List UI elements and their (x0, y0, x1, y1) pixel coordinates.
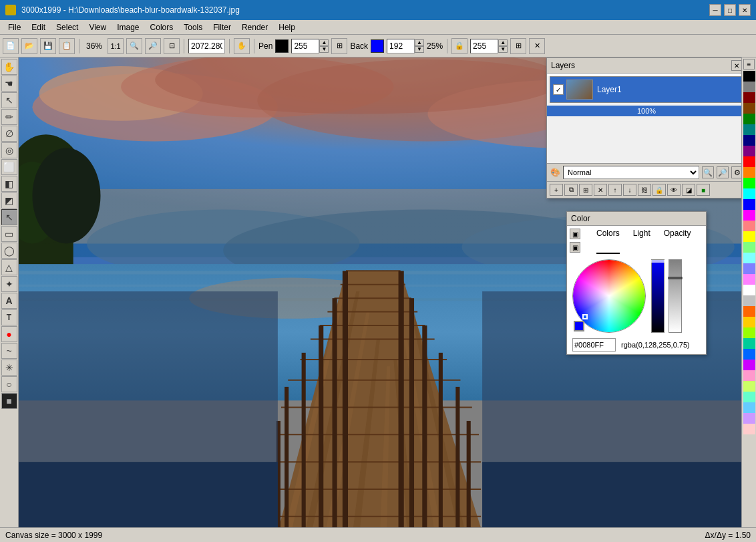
menu-help[interactable]: Help (273, 21, 301, 33)
text-tool[interactable]: A (1, 293, 17, 309)
pen-spin-down[interactable]: ▼ (319, 46, 329, 53)
brush-tool[interactable]: ∅ (1, 126, 17, 142)
layer-check[interactable]: ✓ (553, 84, 564, 95)
back-color-swatch[interactable] (371, 39, 384, 53)
pen-value-input[interactable] (291, 39, 319, 53)
layer-visible[interactable]: 👁 (667, 184, 681, 196)
pointer-tool[interactable]: ↖ (1, 92, 17, 108)
zoom-out-button[interactable]: 🔎 (145, 38, 161, 54)
brush-size-input[interactable] (470, 39, 498, 53)
color-cobalt[interactable] (743, 349, 755, 360)
layer-zoom-in[interactable]: 🔎 (717, 166, 729, 178)
hex-input[interactable] (572, 338, 616, 352)
zoom-11-button[interactable]: 1:1 (108, 38, 124, 54)
color-blue[interactable] (743, 199, 755, 210)
color-lightgreen[interactable] (743, 242, 755, 253)
color-teal[interactable] (743, 124, 755, 135)
color-brown[interactable] (743, 103, 755, 114)
hand-tool[interactable]: ☚ (1, 76, 17, 92)
back-spin-down[interactable]: ▼ (415, 46, 424, 53)
blue-slider-thumb[interactable] (650, 260, 665, 263)
menu-render[interactable]: Render (236, 21, 273, 33)
bucket-tool[interactable]: ◧ (1, 176, 17, 192)
layer-down[interactable]: ↓ (623, 184, 636, 196)
back-spin-arrows[interactable]: ▲ ▼ (415, 39, 424, 53)
save-button[interactable]: 💾 (40, 38, 56, 54)
menu-select[interactable]: Select (51, 21, 83, 33)
color-magenta[interactable] (743, 210, 755, 221)
alpha-slider[interactable] (669, 259, 682, 333)
layer-item[interactable]: ✓ Layer1 (550, 76, 741, 103)
color-navy[interactable] (743, 135, 755, 146)
color-tab-opacity[interactable]: Opacity (664, 229, 691, 254)
open-button[interactable]: 📂 (21, 38, 37, 54)
smudge-tool[interactable]: ~ (1, 343, 17, 359)
window-controls[interactable]: ─ □ ✕ (709, 4, 751, 16)
menu-filter[interactable]: Filter (208, 21, 236, 33)
color-silver[interactable] (743, 295, 755, 306)
pen-extra-button[interactable]: ⊞ (331, 38, 347, 54)
select-arrow-tool[interactable]: ↖ (1, 209, 17, 225)
color-lightred[interactable] (743, 221, 755, 231)
red-eye-tool[interactable]: ● (1, 326, 17, 342)
color-preview-swatch[interactable] (574, 321, 584, 331)
pen-spin-up[interactable]: ▲ (319, 39, 329, 46)
layer-green[interactable]: ■ (697, 184, 710, 196)
color-darkred[interactable] (743, 92, 755, 103)
pen-color-swatch[interactable] (275, 39, 289, 53)
color-lightblue[interactable] (743, 263, 755, 274)
zoom-in-button[interactable]: 🔍 (126, 38, 142, 54)
color-chartreuse[interactable] (743, 327, 755, 338)
pencil-tool[interactable]: ✏ (1, 109, 17, 125)
lasso-tool[interactable]: △ (1, 259, 17, 275)
layer-lock[interactable]: 🔒 (652, 184, 666, 196)
palette-btn1[interactable]: ≡ (743, 59, 755, 70)
dodge-tool[interactable]: ○ (1, 376, 17, 392)
menu-colors[interactable]: Colors (145, 21, 179, 33)
menu-edit[interactable]: Edit (26, 21, 51, 33)
ellipse-select-tool[interactable]: ◯ (1, 243, 17, 259)
color-wheel-indicator[interactable] (582, 314, 588, 319)
color-yellowgreen[interactable] (743, 381, 755, 392)
color-gold[interactable] (743, 317, 755, 327)
color-emerald[interactable] (743, 338, 755, 349)
layers-close-button[interactable]: ✕ (731, 60, 741, 71)
color-white[interactable] (743, 285, 755, 295)
coord-input[interactable] (188, 39, 225, 53)
layer-alpha[interactable]: ◪ (682, 184, 695, 196)
color-black[interactable] (743, 71, 755, 82)
color-darkorange[interactable] (743, 306, 755, 317)
menu-file[interactable]: File (3, 21, 26, 33)
back-spin-up[interactable]: ▲ (415, 39, 424, 46)
layer-mode-select[interactable]: Normal Multiply Screen Overlay (563, 166, 699, 179)
copy-button[interactable]: 📋 (59, 38, 75, 54)
layer-zoom-out[interactable]: 🔍 (702, 166, 714, 178)
color-yellow[interactable] (743, 231, 755, 242)
clear-button[interactable]: ✕ (529, 38, 545, 54)
pen-spin-arrows[interactable]: ▲ ▼ (319, 39, 329, 53)
color-aquamarine[interactable] (743, 392, 755, 402)
layer-settings[interactable]: ⚙ (731, 166, 741, 178)
brush-extra-button[interactable]: ⊞ (510, 38, 526, 54)
color-pink[interactable] (743, 370, 755, 381)
pan-tool[interactable]: ✋ (1, 59, 17, 75)
sharpen-tool[interactable]: ✳ (1, 360, 17, 376)
canvas-area[interactable]: Layers ✕ ✓ Layer1 100% 🎨 Normal Multiply… (19, 57, 741, 527)
color-purple[interactable] (743, 146, 755, 156)
color-lime[interactable] (743, 178, 755, 188)
color-gray[interactable] (743, 82, 755, 92)
layer-del[interactable]: ✕ (594, 184, 607, 196)
blue-slider[interactable] (651, 259, 665, 333)
layer-link[interactable]: ⛓ (638, 184, 651, 196)
brush-spin-down[interactable]: ▼ (498, 46, 508, 53)
eraser-tool[interactable]: ⬜ (1, 159, 17, 175)
alpha-slider-thumb[interactable] (668, 277, 683, 279)
layer-dup[interactable]: ⧉ (564, 184, 578, 196)
brush-spin-arrows[interactable]: ▲ ▼ (498, 39, 508, 53)
burn-tool[interactable]: ■ (1, 393, 17, 409)
menu-image[interactable]: Image (112, 21, 144, 33)
layer-up[interactable]: ↑ (608, 184, 622, 196)
hand-tool-button[interactable]: ✋ (234, 38, 250, 54)
back-value-input[interactable] (387, 39, 415, 53)
layer-add[interactable]: + (550, 184, 563, 196)
